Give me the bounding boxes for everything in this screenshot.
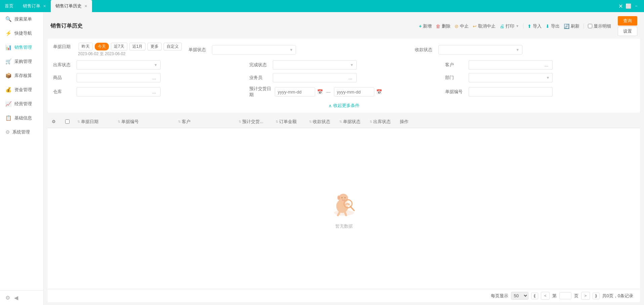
show-detail-input[interactable] [588,24,592,28]
cancel-stop-icon: ↩ [473,24,477,29]
main-layout: 🔍 搜索菜单 ⚡ 快捷导航 📊 销售管理 🛒 采购管理 📦 库存核算 💰 资金管… [0,12,644,305]
th-settings[interactable]: ⚙ [52,119,65,124]
show-detail-label: 显示明细 [594,23,611,29]
next-page-btn[interactable]: ＞ [581,292,590,300]
complete-label: 完成状态 [249,62,273,68]
basic-info-icon: 📋 [5,115,12,121]
sidebar-item-system[interactable]: ⚙ 系统管理 [0,125,43,139]
btn-more-date[interactable]: 更多 [147,43,162,50]
th-check[interactable] [65,119,77,124]
th-amount[interactable]: ⇅ 订单金额 [275,119,309,125]
total-records: 共0页，0条记录 [602,293,633,299]
receipt-status-arrow: ▼ [516,48,519,52]
sidebar-item-search[interactable]: 🔍 搜索菜单 [0,12,43,26]
btn-print[interactable]: 🖨 打印 ▼ [500,23,519,29]
salesperson-select[interactable]: ... [273,73,357,82]
page-number-input[interactable]: 1 [559,292,571,299]
sidebar-item-finance-label: 资金管理 [14,87,32,93]
customer-dots[interactable]: ... [543,62,550,68]
tab-sales-order[interactable]: 销售订单 ✕ [18,0,51,12]
btn-delete[interactable]: 🗑 删除 [436,23,450,29]
btn-custom-date[interactable]: 自定义 [164,43,182,50]
table-header: ⚙ ⇅ 单据日期 ⇅ 单据编号 ⇅ 客户 ⇅ [48,115,640,128]
sidebar-item-quick-nav[interactable]: ⚡ 快捷导航 [0,26,43,40]
warehouse-dots[interactable]: ... [151,89,158,94]
btn-new-label: 新增 [423,23,432,29]
sidebar-item-purchase[interactable]: 🛒 采购管理 [0,54,43,69]
top-bar-close-icon[interactable]: ✕ [618,3,623,9]
print-dropdown-icon[interactable]: ▼ [516,24,519,28]
select-all-checkbox[interactable] [65,119,70,124]
outbound-arrow: ▼ [154,63,158,67]
th-date[interactable]: ⇅ 单据日期 [77,119,118,125]
btn-export[interactable]: ⬇ 导出 [546,23,560,29]
complete-select[interactable]: ▼ [273,60,357,70]
outbound-select[interactable]: ▼ [77,60,161,70]
btn-delete-label: 删除 [442,23,450,29]
btn-new[interactable]: + 新增 [419,23,432,29]
tab-home[interactable]: 首页 [0,0,18,12]
btn-import[interactable]: ⬆ 导入 [527,23,542,29]
table-settings-icon[interactable]: ⚙ [52,119,56,124]
btn-cancel-stop[interactable]: ↩ 取消中止 [473,23,496,29]
sidebar-collapse-icon[interactable]: ◀ [14,295,18,301]
print-icon: 🖨 [500,24,504,29]
goods-dots[interactable]: ... [151,75,158,80]
inventory-icon: 📦 [5,73,12,79]
sidebar-settings-icon[interactable]: ⚙ [5,295,10,301]
show-detail-checkbox[interactable]: 显示明细 [588,23,611,29]
first-page-btn[interactable]: ⟪ [531,293,538,299]
goods-label: 商品 [53,75,77,81]
sidebar-item-operation[interactable]: 📈 经营管理 [0,97,43,111]
setting-button[interactable]: 设置 [618,27,637,36]
th-customer[interactable]: ⇅ 客户 [178,119,239,125]
tab-sales-order-history-close[interactable]: ✕ [84,4,87,8]
bill-status-select[interactable]: ▼ [212,45,296,54]
sidebar-item-finance[interactable]: 💰 资金管理 [0,83,43,97]
outbound-label: 出库状态 [53,62,77,68]
tab-sales-order-close[interactable]: ✕ [43,4,46,8]
calendar-end-icon[interactable]: 📅 [376,89,382,94]
th-outbound[interactable]: ⇅ 出库状态 [370,119,400,125]
page-size-select[interactable]: 50 20 100 200 [511,292,528,300]
btn-1month[interactable]: 近1月 [129,43,146,50]
sidebar-item-inventory[interactable]: 📦 库存核算 [0,69,43,83]
btn-7days[interactable]: 近7天 [111,43,127,50]
top-bar-minimize-icon[interactable]: － [634,3,639,9]
th-receipt[interactable]: ⇅ 收款状态 [309,119,339,125]
th-customer-label: 客户 [182,119,190,125]
empty-text: 暂无数据 [335,223,353,229]
th-status[interactable]: ⇅ 单据状态 [339,119,370,125]
th-receipt-label: 收款状态 [313,119,330,125]
stop-icon: ⊘ [455,24,459,29]
th-amount-sort-icon: ⇅ [275,120,278,123]
query-button[interactable]: 查询 [618,16,637,26]
delivery-date-end[interactable] [334,87,374,97]
calendar-start-icon[interactable]: 📅 [317,89,323,94]
goods-select[interactable]: ... [77,73,161,82]
dept-arrow: ▼ [546,76,550,80]
sidebar-item-inventory-label: 库存核算 [14,73,32,79]
btn-today[interactable]: 今天 [95,43,109,50]
tab-sales-order-history[interactable]: 销售订单历史 ✕ [51,0,92,12]
th-action-label: 操作 [400,119,409,125]
last-page-btn[interactable]: ⟫ [593,293,600,299]
btn-yesterday[interactable]: 昨天 [79,43,93,50]
warehouse-select[interactable]: ... [77,87,161,97]
delivery-date-start[interactable] [275,87,315,97]
collapse-btn[interactable]: ∧ 收起更多条件 [53,101,635,109]
btn-stop[interactable]: ⊘ 中止 [455,23,469,29]
sidebar-item-sales[interactable]: 📊 销售管理 [0,40,43,54]
salesperson-dots[interactable]: ... [347,75,354,80]
btn-refresh[interactable]: 🔄 刷新 [564,23,579,29]
prev-page-btn[interactable]: ＜ [541,292,550,300]
sidebar-item-basic-info[interactable]: 📋 基础信息 [0,111,43,125]
th-no[interactable]: ⇅ 单据编号 [118,119,178,125]
top-bar-restore-icon[interactable]: ⬜ [626,3,631,9]
bill-no-input[interactable] [469,87,553,97]
receipt-status-select[interactable]: ▼ [438,45,522,54]
filter-row-2: 出库状态 ▼ 完成状态 ▼ 客户 [53,60,635,70]
customer-select[interactable]: ... [469,60,553,70]
th-delivery[interactable]: ⇅ 预计交货... [239,119,275,125]
dept-select[interactable]: ▼ [469,73,553,82]
